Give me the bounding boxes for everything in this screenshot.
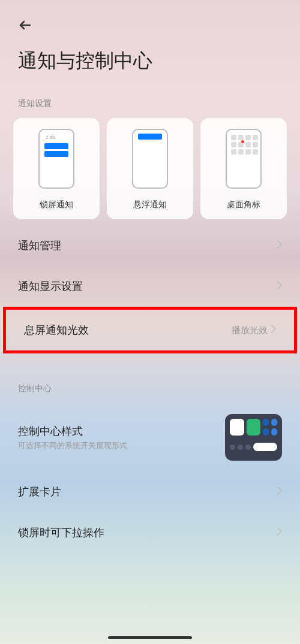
item-lockscreen-pulldown[interactable]: 锁屏时可下拉操作 [0,512,300,553]
chevron-right-icon [277,281,282,292]
card-floating-notification[interactable]: 悬浮通知 [107,118,193,219]
item-value: 播放光效 [232,325,268,336]
item-aod-light-effect[interactable]: 息屏通知光效 播放光效 [6,310,294,350]
card-label: 桌面角标 [227,199,260,210]
float-bar-icon [138,134,162,140]
notification-section-label: 通知设置 [0,74,300,118]
page-title: 通知与控制中心 [0,0,300,74]
item-title: 息屏通知光效 [24,323,232,337]
lock-time-label: 2:36 [46,135,55,140]
item-title: 通知管理 [18,238,277,253]
lock-bar-icon [44,143,68,149]
card-lockscreen-notification[interactable]: 2:36 锁屏通知 [13,118,100,219]
item-control-center-style[interactable]: 控制中心样式 可选择不同的系统开关展现形式 [0,403,300,471]
item-notification-manage[interactable]: 通知管理 [0,225,300,266]
badge-dot-icon [241,140,244,143]
item-title: 控制中心样式 [18,424,225,439]
item-title: 扩展卡片 [18,485,277,499]
badge-grid-icon [231,135,256,155]
lock-bar-icon [44,151,68,157]
badge-mockup [226,129,262,189]
highlighted-box: 息屏通知光效 播放光效 [3,307,297,353]
item-notification-display[interactable]: 通知显示设置 [0,266,300,307]
item-title: 锁屏时可下拉操作 [18,525,277,540]
card-desktop-badge[interactable]: 桌面角标 [200,118,287,219]
floating-mockup [132,129,168,189]
chevron-right-icon [277,486,282,497]
notification-cards-row: 2:36 锁屏通知 悬浮通知 桌面角标 [0,118,300,219]
card-label: 锁屏通知 [40,199,73,210]
item-title: 通知显示设置 [18,279,277,294]
chevron-right-icon [277,527,282,538]
lockscreen-mockup: 2:36 [38,129,74,189]
home-indicator[interactable] [108,636,192,639]
chevron-right-icon [271,325,276,335]
item-subtitle: 可选择不同的系统开关展现形式 [18,440,225,451]
control-section-label: 控制中心 [0,359,300,403]
card-label: 悬浮通知 [133,199,167,210]
control-center-preview-icon [225,414,282,461]
notification-list: 通知管理 通知显示设置 息屏通知光效 播放光效 [0,219,300,359]
back-button[interactable] [18,18,36,36]
item-extension-cards[interactable]: 扩展卡片 [0,471,300,512]
chevron-right-icon [277,240,282,251]
